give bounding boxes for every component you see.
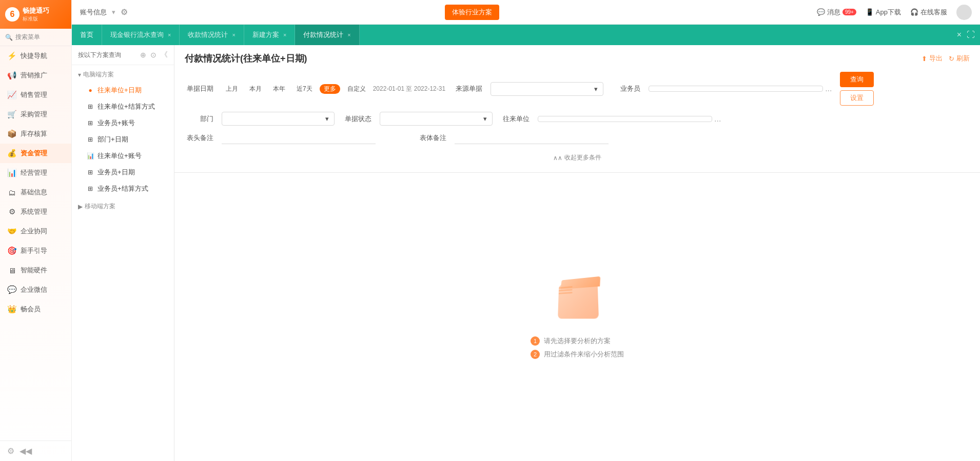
date-option-this-month[interactable]: 本月: [245, 84, 266, 94]
topbar-right: 💬 消息 99+ 📱 App下载 🎧 在线客服: [817, 5, 972, 20]
mobile-section-title[interactable]: ▶ 移动端方案: [72, 199, 174, 214]
window-close-icon[interactable]: ×: [957, 30, 962, 39]
left-panel-title: 按以下方案查询: [78, 51, 121, 59]
topbar-arrow-icon[interactable]: ▾: [112, 8, 115, 16]
staff-label: 业务员: [612, 84, 640, 93]
filter-title-actions: ⬆ 导出 ↻ 刷新: [922, 54, 970, 63]
marketing-icon: 📢: [7, 71, 16, 80]
sales-icon: 📈: [7, 90, 16, 99]
tab-payment[interactable]: 付款情况统计 ×: [295, 25, 359, 45]
desktop-schemes-section: ▾ 电脑端方案 ● 往来单位+日期 ⊞ 往来单位+结算方式 ⊞ 业务员+账号 ⊞: [72, 65, 174, 199]
scheme-settings-button[interactable]: ⊙: [150, 51, 156, 59]
sidebar-item-inventory[interactable]: 📦 库存核算: [0, 124, 71, 144]
panel-collapse-button[interactable]: 《: [161, 50, 168, 59]
sidebar-item-finance[interactable]: 💰 资金管理: [0, 144, 71, 163]
desktop-section-title[interactable]: ▾ 电脑端方案: [72, 67, 174, 82]
shortcut-icon: ⚡: [7, 51, 16, 61]
sidebar-item-basic[interactable]: 🗂 基础信息: [0, 183, 71, 202]
sidebar-item-system[interactable]: ⚙ 系统管理: [0, 202, 71, 222]
staff-ellipsis[interactable]: ...: [825, 84, 832, 93]
sidebar-item-label: 企业微信: [21, 285, 47, 294]
app-download-button[interactable]: 📱 App下载: [866, 8, 901, 17]
window-max-icon[interactable]: ⛶: [967, 30, 975, 39]
sidebar-item-label: 库存核算: [21, 129, 47, 138]
sidebar-item-sales[interactable]: 📈 销售管理: [0, 85, 71, 105]
online-service-button[interactable]: 🎧 在线客服: [910, 8, 947, 17]
sidebar-item-wechat[interactable]: 💬 企业微信: [0, 280, 71, 299]
export-button[interactable]: ⬆ 导出: [922, 54, 943, 63]
related-ellipsis[interactable]: ...: [714, 114, 721, 124]
scheme-dept-date[interactable]: ⊞ 部门+日期: [72, 131, 174, 148]
date-option-7days[interactable]: 近7天: [292, 84, 317, 94]
service-icon: 🎧: [910, 8, 918, 16]
hint-text-1: 请先选择要分析的方案: [544, 336, 611, 346]
left-panel: 按以下方案查询 ⊕ ⊙ 《 ▾ 电脑端方案 ● 往来单位+日期 ⊞: [72, 45, 174, 461]
scheme-grid-icon: ⊞: [86, 103, 94, 111]
scheme-unit-date[interactable]: ● 往来单位+日期: [72, 82, 174, 98]
scheme-grid-icon4: ⊞: [86, 168, 94, 176]
message-button[interactable]: 💬 消息 99+: [817, 8, 856, 17]
source-label: 来源单据: [454, 84, 482, 93]
footer-collapse-icon[interactable]: ◀◀: [19, 446, 32, 456]
app-download-label: App下载: [876, 8, 901, 17]
filter-row-2: 部门 ▾ 单据状态 ▾ 往来单位 ...: [185, 112, 970, 126]
tabbar: 首页 现金银行流水查询 × 收款情况统计 × 新建方案 × 付款情况统计 × ×…: [72, 25, 980, 45]
tab-bank-close[interactable]: ×: [168, 32, 171, 38]
sidebar-item-hardware[interactable]: 🖥 智能硬件: [0, 260, 71, 280]
filter-title-row: 付款情况统计(往来单位+日期) ⬆ 导出 ↻ 刷新: [185, 52, 970, 65]
footer-settings-icon[interactable]: ⚙: [7, 446, 14, 456]
status-select[interactable]: ▾: [380, 112, 493, 126]
dept-select[interactable]: ▾: [222, 112, 335, 126]
tab-payment-close[interactable]: ×: [347, 32, 350, 38]
tab-receivable-close[interactable]: ×: [232, 32, 235, 38]
refresh-button[interactable]: ↻ 刷新: [949, 54, 970, 63]
scheme-label: 业务员+账号: [97, 118, 135, 128]
sidebar-item-shortcut[interactable]: ⚡ 快捷导航: [0, 46, 71, 66]
scheme-staff-account[interactable]: ⊞ 业务员+账号: [72, 115, 174, 131]
add-scheme-button[interactable]: ⊕: [140, 51, 146, 59]
empty-box-shape: [558, 282, 599, 319]
sidebar-item-guide[interactable]: 🎯 新手引导: [0, 241, 71, 260]
user-avatar[interactable]: [956, 5, 972, 20]
sidebar-item-operation[interactable]: 📊 经营管理: [0, 163, 71, 183]
date-option-last-month[interactable]: 上月: [222, 84, 242, 94]
staff-select[interactable]: [649, 86, 823, 92]
settings-button[interactable]: 设置: [840, 90, 874, 106]
date-option-more[interactable]: 更多: [320, 84, 340, 94]
query-button[interactable]: 查询: [840, 72, 874, 87]
purchase-icon: 🛒: [7, 110, 16, 119]
trial-button[interactable]: 体验行业方案: [445, 5, 499, 20]
tab-home[interactable]: 首页: [72, 25, 102, 45]
related-select[interactable]: [538, 116, 712, 122]
scheme-staff-date[interactable]: ⊞ 业务员+日期: [72, 164, 174, 181]
tab-payment-label: 付款情况统计: [303, 30, 343, 39]
scheme-unit-account[interactable]: 📊 往来单位+账号: [72, 148, 174, 164]
tab-bank[interactable]: 现金银行流水查询 ×: [102, 25, 180, 45]
sidebar-item-purchase[interactable]: 🛒 采购管理: [0, 105, 71, 124]
source-select[interactable]: ▾: [491, 82, 603, 96]
date-option-this-year[interactable]: 本年: [269, 84, 289, 94]
sidebar-item-enterprise[interactable]: 🤝 企业协同: [0, 222, 71, 241]
topbar-settings-icon[interactable]: ⚙: [121, 7, 128, 17]
related-label: 往来单位: [501, 114, 530, 124]
sidebar-item-marketing[interactable]: 📢 营销推广: [0, 66, 71, 85]
main: 账号信息 ▾ ⚙ 体验行业方案 💬 消息 99+ 📱 App下载 🎧 在线客服: [72, 0, 980, 461]
empty-hints: 1 请先选择要分析的方案 2 用过滤条件来缩小分析范围: [531, 336, 624, 359]
body-note-input[interactable]: [455, 132, 609, 144]
tab-new-scheme-close[interactable]: ×: [283, 32, 286, 38]
tab-new-scheme[interactable]: 新建方案 ×: [244, 25, 295, 45]
sidebar: 6 畅捷通巧 标准版 🔍 搜索菜单 ⚡ 快捷导航 📢 营销推广 📈 销售管理 🛒…: [0, 0, 72, 461]
refresh-icon: ↻: [949, 55, 954, 63]
sidebar-item-label: 新手引导: [21, 246, 47, 255]
date-range: 2022-01-01 至 2022-12-31: [373, 85, 445, 93]
sidebar-search[interactable]: 🔍 搜索菜单: [0, 29, 71, 46]
scheme-unit-settlement[interactable]: ⊞ 往来单位+结算方式: [72, 98, 174, 115]
collapse-more-button[interactable]: ∧∧ 收起更多条件: [185, 150, 970, 165]
tab-receivable[interactable]: 收款情况统计 ×: [180, 25, 244, 45]
sidebar-logo: 6: [5, 7, 19, 22]
date-option-custom[interactable]: 自定义: [343, 84, 370, 94]
scheme-staff-settlement[interactable]: ⊞ 业务员+结算方式: [72, 181, 174, 197]
header-note-input[interactable]: [222, 132, 376, 144]
export-label: 导出: [929, 54, 943, 63]
sidebar-item-member[interactable]: 👑 畅会员: [0, 299, 71, 319]
